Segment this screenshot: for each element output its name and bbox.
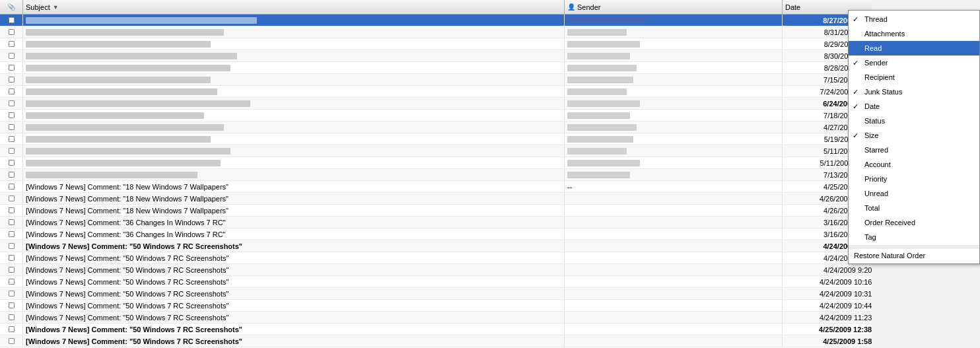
table-row[interactable]: 7/18/2009 6:48 PM: [0, 110, 872, 122]
table-row[interactable]: 8/30/2009 8:05 AM: [0, 50, 872, 62]
table-row[interactable]: [Windows 7 News] Comment: "50 Windows 7 …: [0, 335, 872, 347]
row-icons: [0, 145, 23, 157]
message-icon: [9, 77, 15, 83]
table-row[interactable]: 5/11/2009 12:39 AM: [0, 157, 872, 169]
subject-text: [Windows 7 News] Comment: "36 Changes In…: [26, 230, 225, 238]
subject-text: [Windows 7 News] Comment: "50 Windows 7 …: [26, 326, 242, 333]
sender-cell: [565, 74, 783, 85]
table-row[interactable]: [Windows 7 News] Comment: "18 New Window…: [0, 205, 872, 217]
message-icon: [9, 326, 15, 332]
menu-item-date[interactable]: ✓Date: [849, 99, 979, 114]
sender-cell: [565, 133, 783, 145]
sender-cell: [565, 264, 783, 275]
message-icon: [9, 207, 15, 213]
date-text: 4/24/2009 10:44 PM: [820, 302, 872, 310]
subject-cell: [Windows 7 News] Comment: "50 Windows 7 …: [23, 276, 565, 287]
subject-cell: [Windows 7 News] Comment: "18 New Window…: [23, 181, 565, 192]
table-row[interactable]: 8/31/2009 8:05 AM: [0, 26, 872, 38]
table-row[interactable]: [Windows 7 News] Comment: "50 Windows 7 …: [0, 264, 872, 276]
subject-cell: [Windows 7 News] Comment: "50 Windows 7 …: [23, 264, 565, 275]
message-icon: [9, 29, 15, 35]
sender-cell: [565, 228, 783, 240]
menu-item-label: Status: [864, 117, 885, 125]
table-row[interactable]: [Windows 7 News] Comment: "18 New Window…: [0, 181, 872, 193]
sender-label: Sender: [577, 3, 600, 11]
subject-text: [Windows 7 News] Comment: "18 New Window…: [26, 195, 228, 203]
table-row[interactable]: [Windows 7 News] Comment: "50 Windows 7 …: [0, 252, 872, 264]
table-row[interactable]: [Windows 7 News] Comment: "18 New Window…: [0, 193, 872, 205]
subject-text: [Windows 7 News] Comment: "50 Windows 7 …: [26, 302, 228, 310]
row-icons: [0, 312, 23, 323]
table-row[interactable]: 6/24/2009 1:48 AM: [0, 98, 872, 110]
menu-item-tag[interactable]: Tag: [849, 230, 979, 244]
menu-item-read[interactable]: Read: [849, 41, 979, 55]
subject-text: [Windows 7 News] Comment: "50 Windows 7 …: [26, 337, 242, 345]
header-sender[interactable]: 👤 Sender: [565, 0, 783, 14]
table-row[interactable]: [Windows 7 News] Comment: "50 Windows 7 …: [0, 240, 872, 252]
table-row[interactable]: [Windows 7 News] Comment: "36 Changes In…: [0, 228, 872, 240]
sender-cell: [565, 324, 783, 335]
table-row[interactable]: 5/19/2009 1:14 AM: [0, 133, 872, 145]
row-icons: [0, 193, 23, 204]
menu-item-starred[interactable]: Starred: [849, 143, 979, 157]
table-row[interactable]: [Windows 7 News] Comment: "50 Windows 7 …: [0, 276, 872, 288]
header-icons: 📎: [0, 0, 23, 14]
menu-item-attachments[interactable]: Attachments: [849, 26, 979, 41]
menu-item-label: Junk Status: [864, 88, 902, 96]
sender-cell: --: [565, 181, 783, 192]
menu-item-status[interactable]: Status: [849, 114, 979, 128]
row-icons: [0, 181, 23, 192]
message-icon: [9, 302, 15, 308]
email-list-header: 📎 Subject ▼ 👤 Sender Date Size ⊡: [0, 0, 872, 15]
sender-cell: [565, 169, 783, 180]
menu-item-priority[interactable]: Priority: [849, 172, 979, 186]
table-row[interactable]: [Windows 7 News] Comment: "50 Windows 7 …: [0, 312, 872, 324]
subject-cell: [23, 50, 565, 61]
sender-cell: [565, 217, 783, 228]
menu-item-order-received[interactable]: Order Received: [849, 215, 979, 230]
table-row[interactable]: 8/27/2009 8:09 AM: [0, 15, 872, 26]
subject-cell: [23, 26, 565, 38]
header-subject[interactable]: Subject ▼: [23, 0, 565, 14]
menu-item-label: Attachments: [864, 30, 905, 38]
table-row[interactable]: 5/11/2009 3:44 PM: [0, 145, 872, 157]
menu-item-label: Order Received: [864, 219, 915, 226]
menu-item-unread[interactable]: Unread: [849, 186, 979, 201]
menu-item-size[interactable]: ✓Size: [849, 128, 979, 143]
subject-text: [Windows 7 News] Comment: "36 Changes In…: [26, 219, 225, 226]
message-icon: [9, 53, 15, 59]
row-icons: [0, 122, 23, 133]
menu-item-recipient[interactable]: Recipient: [849, 70, 979, 85]
message-icon: [9, 172, 15, 178]
row-icons: [0, 15, 23, 26]
subject-cell: [Windows 7 News] Comment: "50 Windows 7 …: [23, 252, 565, 263]
restore-natural-order-button[interactable]: Restore Natural Order: [849, 248, 979, 262]
table-row[interactable]: 8/29/2009 8:04 AM: [0, 38, 872, 50]
row-icons: [0, 98, 23, 109]
row-icons: [0, 133, 23, 145]
sender-cell: [565, 240, 783, 252]
menu-item-thread[interactable]: ✓Thread: [849, 12, 979, 26]
sender-cell: [565, 110, 783, 121]
table-row[interactable]: [Windows 7 News] Comment: "50 Windows 7 …: [0, 324, 872, 335]
message-icon: [9, 124, 15, 130]
subject-cell: [Windows 7 News] Comment: "50 Windows 7 …: [23, 324, 565, 335]
table-row[interactable]: [Windows 7 News] Comment: "50 Windows 7 …: [0, 300, 872, 312]
subject-text: [Windows 7 News] Comment: "50 Windows 7 …: [26, 290, 228, 298]
subject-cell: [23, 74, 565, 85]
menu-item-junk-status[interactable]: ✓Junk Status: [849, 85, 979, 99]
menu-item-total[interactable]: Total: [849, 201, 979, 215]
table-row[interactable]: 7/24/2009 10:29 AM: [0, 86, 872, 98]
table-row[interactable]: [Windows 7 News] Comment: "50 Windows 7 …: [0, 288, 872, 300]
menu-item-sender[interactable]: ✓Sender: [849, 55, 979, 70]
table-row[interactable]: 7/15/2009 8:18 PM: [0, 74, 872, 86]
sender-icon: 👤: [567, 3, 575, 11]
table-row[interactable]: 8/28/2009 8:05 AM: [0, 62, 872, 74]
date-cell: 4/24/2009 11:23 PM: [783, 312, 872, 323]
table-row[interactable]: 7/13/2009 5:17 PM: [0, 169, 872, 181]
menu-item-account[interactable]: Account: [849, 157, 979, 172]
message-icon: [9, 338, 15, 344]
table-row[interactable]: [Windows 7 News] Comment: "36 Changes In…: [0, 217, 872, 228]
table-row[interactable]: 4/27/2009 3:55 PM: [0, 122, 872, 133]
row-icons: [0, 38, 23, 50]
